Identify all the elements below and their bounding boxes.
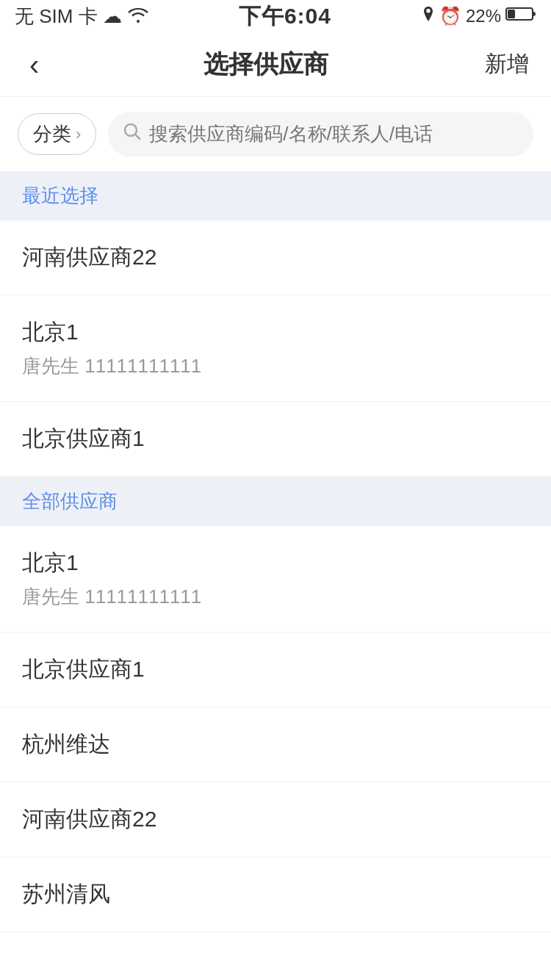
location-icon xyxy=(422,6,435,26)
item-name: 北京供应商1 xyxy=(22,424,529,454)
item-sub: 唐先生 11111111111 xyxy=(22,353,529,379)
alarm-icon: ⏰ xyxy=(439,6,461,26)
item-name: 北京供应商1 xyxy=(22,655,529,685)
status-bar: 无 SIM 卡 ☁ 下午6:04 ⏰ 22% xyxy=(0,0,551,32)
battery-icon xyxy=(505,6,536,26)
search-icon xyxy=(123,122,142,146)
wifi-icon xyxy=(128,5,148,28)
filter-bar: 分类 › xyxy=(0,97,551,171)
recent-items-list: 河南供应商22北京1唐先生 11111111111北京供应商1 xyxy=(0,220,551,477)
item-name: 河南供应商22 xyxy=(22,242,529,273)
battery-level: 22% xyxy=(466,6,501,26)
item-name: 北京1 xyxy=(22,548,529,578)
item-name: 杭州维达 xyxy=(22,729,529,760)
nav-bar: ‹ 选择供应商 新增 xyxy=(0,32,551,97)
list-item[interactable]: 北京供应商1 xyxy=(0,402,551,477)
add-button[interactable]: 新增 xyxy=(485,49,529,79)
item-name: 苏州清风 xyxy=(22,879,529,909)
recent-section-label: 最近选择 xyxy=(22,184,98,206)
item-name: 北京1 xyxy=(22,317,529,347)
list-item[interactable]: 苏州清风 xyxy=(0,857,551,932)
all-section-header: 全部供应商 xyxy=(0,477,551,526)
list-item[interactable]: 北京1唐先生 11111111111 xyxy=(0,526,551,633)
list-item[interactable]: 北京1唐先生 11111111111 xyxy=(0,295,551,402)
all-section-label: 全部供应商 xyxy=(22,490,118,512)
category-label: 分类 xyxy=(33,121,71,147)
sim-status: 无 SIM 卡 ☁ xyxy=(15,4,122,29)
item-name: 河南供应商22 xyxy=(22,804,529,835)
list-item[interactable]: 北京供应商1 xyxy=(0,633,551,707)
recent-section-header: 最近选择 xyxy=(0,171,551,220)
status-right: ⏰ 22% xyxy=(422,6,536,26)
status-time: 下午6:04 xyxy=(239,1,331,32)
category-filter-button[interactable]: 分类 › xyxy=(18,113,96,155)
item-sub: 唐先生 11111111111 xyxy=(22,584,529,610)
status-left: 无 SIM 卡 ☁ xyxy=(15,4,148,29)
chevron-right-icon: › xyxy=(76,125,81,144)
back-button[interactable]: ‹ xyxy=(22,43,46,87)
list-item[interactable]: 杭州维达 xyxy=(0,707,551,782)
list-item[interactable]: 河南供应商22 xyxy=(0,220,551,295)
all-items-list: 北京1唐先生 11111111111北京供应商1杭州维达河南供应商22苏州清风 xyxy=(0,526,551,932)
svg-rect-1 xyxy=(508,10,515,18)
search-input[interactable] xyxy=(149,123,519,145)
page-title: 选择供应商 xyxy=(204,48,328,82)
search-box xyxy=(108,112,533,156)
list-item[interactable]: 河南供应商22 xyxy=(0,782,551,857)
